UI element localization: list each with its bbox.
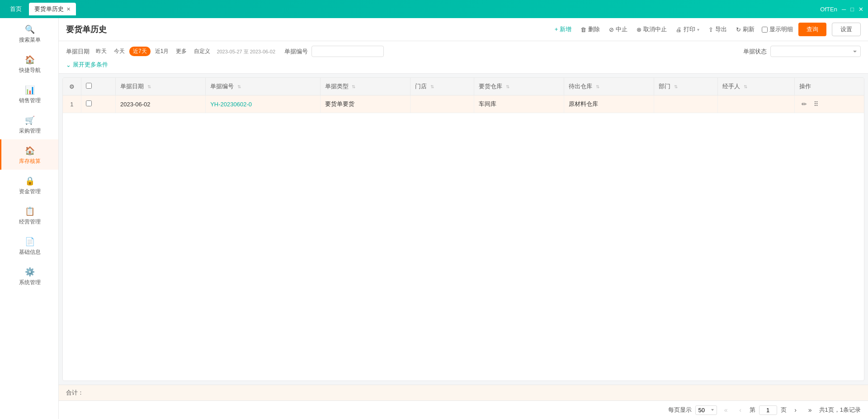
print-icon: 🖨 [676, 26, 682, 33]
docnum-input[interactable] [311, 46, 384, 57]
table-row: 1 2023-06-02 YH-20230602-0 要货单要货 [63, 95, 864, 113]
refresh-button[interactable]: ↻ 刷新 [734, 24, 756, 34]
delete-button[interactable]: 🗑 删除 [579, 24, 602, 34]
page-label-before: 第 [750, 406, 755, 414]
refresh-icon: ↻ [736, 26, 741, 33]
th-checkbox[interactable] [81, 78, 115, 95]
row-edit-icon[interactable]: ✏ [799, 99, 809, 109]
window-restore-icon[interactable]: □ [850, 6, 854, 13]
sales-mgmt-icon: 📊 [25, 85, 35, 95]
home-tab-label: 首页 [10, 5, 22, 13]
top-bar: 首页 要货单历史 ✕ OfTEn ─ □ ✕ [0, 0, 868, 18]
new-button[interactable]: + 新增 [553, 24, 573, 34]
expand-more-btn[interactable]: ⌄ 展开更多条件 [66, 61, 861, 69]
per-page-select[interactable]: 20 50 100 [695, 405, 717, 415]
td-doc-type: 要货单要货 [320, 95, 410, 113]
stop-button[interactable]: ⊘ 中止 [607, 24, 629, 34]
export-button[interactable]: ⇪ 导出 [707, 24, 729, 34]
th-store[interactable]: 门店 ⇅ [410, 78, 474, 95]
th-settings[interactable]: ⚙ [63, 78, 81, 95]
page-input[interactable]: 1 [759, 405, 777, 415]
row-checkbox[interactable] [86, 100, 92, 106]
date-btn-custom[interactable]: 自定义 [191, 47, 213, 56]
tab-home[interactable]: 首页 [5, 3, 27, 15]
row-doc-num-link[interactable]: YH-20230602-0 [210, 101, 252, 108]
row-num: 1 [70, 101, 73, 108]
user-name: OfTEn [820, 6, 837, 13]
sidebar-label-finance-mgmt: 资金管理 [19, 188, 41, 195]
tab-requisition-history[interactable]: 要货单历史 ✕ [29, 3, 76, 15]
filter-bar: 单据日期 昨天 今天 近7天 近1月 更多 自定义 2023-05-27 至 2… [59, 41, 868, 74]
window-close-icon[interactable]: ✕ [859, 6, 863, 13]
th-doc-num[interactable]: 单据编号 ⇅ [206, 78, 321, 95]
td-pending-warehouse: 原材料仓库 [564, 95, 654, 113]
th-dept-label: 部门 [659, 83, 670, 90]
sidebar-item-inventory[interactable]: 🏠 库存核算 [0, 139, 58, 170]
sort-doc-type-icon: ⇅ [352, 84, 355, 89]
date-btn-7days[interactable]: 近7天 [129, 47, 151, 56]
sort-doc-num-icon: ⇅ [237, 84, 241, 89]
date-btn-yesterday[interactable]: 昨天 [93, 47, 109, 56]
stop-label: 中止 [616, 25, 627, 33]
date-btn-more[interactable]: 更多 [173, 47, 189, 56]
data-table: ⚙ 单据日期 ⇅ 单据编号 ⇅ 单据类型 ⇅ [63, 78, 864, 113]
sidebar-item-purchase-mgmt[interactable]: 🛒 采购管理 [0, 109, 58, 139]
row-pending-warehouse: 原材料仓库 [569, 100, 598, 107]
purchase-mgmt-icon: 🛒 [25, 115, 35, 125]
close-tab-icon[interactable]: ✕ [66, 6, 71, 12]
basic-info-icon: 📄 [25, 237, 35, 247]
print-button[interactable]: 🖨 打印 ▾ [674, 24, 701, 34]
row-more-icon[interactable]: ⠿ [811, 99, 821, 109]
cancel-stop-button[interactable]: ⊗ 取消中止 [635, 24, 669, 34]
td-num: 1 [63, 95, 81, 113]
date-btn-1month[interactable]: 近1月 [152, 47, 172, 56]
show-detail-checkbox[interactable] [762, 27, 768, 33]
sidebar-item-search-menu[interactable]: 🔍 搜索菜单 [0, 18, 58, 48]
print-chevron-icon: ▾ [697, 27, 699, 32]
search-menu-icon: 🔍 [25, 24, 35, 34]
refresh-label: 刷新 [743, 25, 755, 33]
td-checkbox[interactable] [81, 95, 115, 113]
show-detail-label: 显示明细 [769, 25, 793, 33]
docstatus-filter-group: 单据状态 [743, 46, 861, 57]
th-pending-warehouse[interactable]: 待出仓库 ⇅ [564, 78, 654, 95]
th-doc-date-label: 单据日期 [120, 83, 144, 90]
sidebar-item-operations-mgmt[interactable]: 📋 经营管理 [0, 200, 58, 230]
show-detail-checkbox-label[interactable]: 显示明细 [762, 25, 793, 33]
date-filter-label: 单据日期 [66, 48, 90, 56]
date-filter-group: 单据日期 昨天 今天 近7天 近1月 更多 自定义 2023-05-27 至 2… [66, 47, 275, 56]
settings-button[interactable]: 设置 [832, 23, 861, 36]
sidebar-item-finance-mgmt[interactable]: 🔒 资金管理 [0, 170, 58, 200]
query-button[interactable]: 查询 [798, 23, 826, 36]
th-handler[interactable]: 经手人 ⇅ [718, 78, 795, 95]
prev-page-btn[interactable]: ‹ [735, 405, 746, 415]
th-req-warehouse-label: 要货仓库 [479, 83, 502, 90]
table-header-row: ⚙ 单据日期 ⇅ 单据编号 ⇅ 单据类型 ⇅ [63, 78, 864, 95]
select-all-checkbox[interactable] [86, 83, 92, 89]
sidebar-item-system-mgmt[interactable]: ⚙️ 系统管理 [0, 261, 58, 291]
next-page-btn[interactable]: › [790, 405, 801, 415]
th-doc-type[interactable]: 单据类型 ⇅ [320, 78, 410, 95]
last-page-btn[interactable]: » [805, 405, 816, 415]
export-icon: ⇪ [708, 26, 713, 33]
th-doc-type-label: 单据类型 [325, 83, 349, 90]
th-dept[interactable]: 部门 ⇅ [654, 78, 718, 95]
date-btn-today[interactable]: 今天 [111, 47, 127, 56]
expand-more-icon: ⌄ [66, 62, 71, 68]
th-doc-date[interactable]: 单据日期 ⇅ [115, 78, 205, 95]
sidebar-item-sales-mgmt[interactable]: 📊 销售管理 [0, 79, 58, 109]
sort-handler-icon: ⇅ [744, 84, 747, 89]
sidebar-label-basic-info: 基础信息 [19, 248, 41, 256]
page-header: 要货单历史 + 新增 🗑 删除 ⊘ 中止 ⊗ 取消中止 [59, 18, 868, 41]
window-minimize-icon[interactable]: ─ [842, 6, 846, 13]
finance-mgmt-icon: 🔒 [25, 176, 35, 186]
row-doc-type: 要货单要货 [325, 100, 354, 107]
sidebar-item-basic-info[interactable]: 📄 基础信息 [0, 230, 58, 261]
th-req-warehouse[interactable]: 要货仓库 ⇅ [474, 78, 564, 95]
sidebar-item-quick-nav[interactable]: 🏠 快捷导航 [0, 48, 58, 79]
docstatus-select[interactable] [770, 46, 861, 57]
sort-doc-date-icon: ⇅ [147, 84, 151, 89]
first-page-btn[interactable]: « [721, 405, 731, 415]
sidebar-label-search-menu: 搜索菜单 [19, 36, 41, 44]
summary-label: 合计： [66, 389, 84, 397]
